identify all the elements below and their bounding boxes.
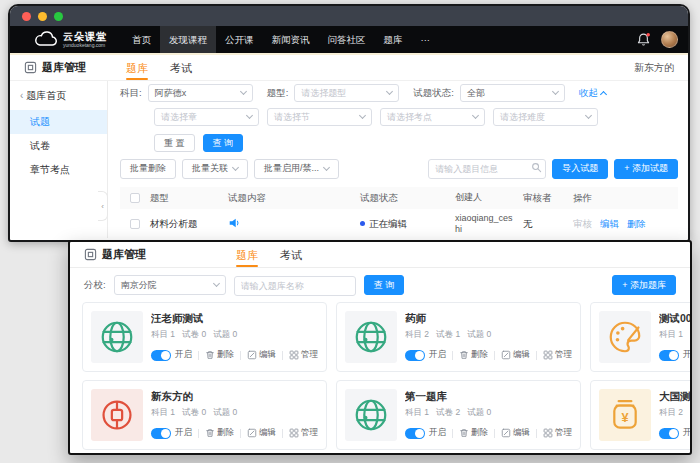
minimize-window-button[interactable]: [38, 12, 47, 21]
batch-enable-button[interactable]: 批量启用/禁...: [254, 159, 339, 179]
column-type: 题型: [150, 192, 228, 205]
chevron-down-icon: [213, 280, 220, 287]
edit-bank-action[interactable]: 编辑: [247, 427, 276, 439]
sidebar-item-chapters[interactable]: 章节考点: [10, 158, 107, 182]
subject-select[interactable]: 阿萨德x: [148, 84, 253, 102]
column-reviewer: 审核者: [523, 192, 573, 205]
tab-exam[interactable]: 考试: [170, 55, 192, 81]
chapter-select[interactable]: 请选择章: [154, 108, 259, 126]
add-bank-button[interactable]: + 添加题库: [612, 275, 676, 295]
question-search-input[interactable]: [428, 159, 546, 179]
bank-card[interactable]: 第一题库 科目 1试卷 2试题 0 开启 删除: [336, 380, 581, 450]
nav-item-more[interactable]: ···: [412, 26, 440, 53]
bank-card[interactable]: 新东方的 科目 1试卷 0试题 0 开启 删除: [82, 380, 327, 450]
bank-card-title: 药师: [405, 312, 572, 326]
logo-subtitle: yunduoketang.com: [63, 43, 107, 48]
panel-tab-question-bank[interactable]: 题库: [236, 242, 258, 268]
section-select[interactable]: 请选择节: [267, 108, 372, 126]
nav-item-open-courses[interactable]: 公开课: [216, 26, 263, 53]
close-window-button[interactable]: [22, 12, 31, 21]
enable-toggle[interactable]: [659, 428, 679, 439]
toggle-label: 开启: [175, 427, 192, 439]
knowledge-point-select[interactable]: 请选择考点: [380, 108, 485, 126]
user-avatar[interactable]: [661, 31, 678, 48]
enable-toggle[interactable]: [151, 350, 171, 361]
current-bank-label: 新东方的: [634, 61, 674, 75]
filter-row-2: 请选择章 请选择节 请选择考点 请选择难度: [154, 108, 678, 126]
trash-icon: [459, 428, 469, 438]
review-action[interactable]: 审核: [573, 218, 592, 231]
type-label: 题型:: [267, 87, 289, 100]
manage-bank-action[interactable]: 管理: [543, 427, 572, 439]
bank-card[interactable]: 药师 科目 2试卷 1试题 0 开启 删除: [336, 302, 581, 372]
batch-delete-button[interactable]: 批量删除: [120, 159, 176, 179]
manage-bank-action[interactable]: 管理: [289, 349, 318, 361]
top-navbar: 云朵课堂 yunduoketang.com 首页 发现课程 公开课 新闻资讯 问…: [10, 26, 688, 53]
row-checkbox[interactable]: [130, 219, 140, 229]
bank-card[interactable]: ¥ 大国测试 科目 2试卷 4试题 1 开启 删除: [590, 380, 692, 450]
edit-bank-action[interactable]: 编辑: [501, 427, 530, 439]
sidebar-collapse-handle[interactable]: ‹: [98, 191, 108, 221]
type-select[interactable]: 请选择题型: [294, 84, 399, 102]
bank-card[interactable]: 汪老师测试 科目 1试卷 0试题 0 开启 删除: [82, 302, 327, 372]
back-to-bank-home[interactable]: ‹题库首页: [10, 81, 107, 110]
panel-tab-exam[interactable]: 考试: [280, 242, 302, 268]
cloud-logo-icon: [34, 31, 58, 48]
delete-bank-action[interactable]: 删除: [459, 349, 488, 361]
edit-bank-action[interactable]: 编辑: [501, 349, 530, 361]
manage-bank-action[interactable]: 管理: [289, 427, 318, 439]
window-titlebar: [10, 6, 688, 26]
difficulty-select[interactable]: 请选择难度: [493, 108, 598, 126]
grid-icon: [543, 350, 553, 360]
manage-bank-action[interactable]: 管理: [543, 349, 572, 361]
nav-item-discover-courses[interactable]: 发现课程: [160, 26, 216, 53]
chevron-down-icon: [232, 163, 239, 170]
bank-name-input[interactable]: [234, 276, 356, 296]
enable-toggle[interactable]: [659, 350, 679, 361]
column-content: 试题内容: [228, 192, 360, 205]
toggle-label: 开启: [429, 427, 446, 439]
edit-action[interactable]: 编辑: [600, 218, 619, 231]
query-button[interactable]: 查 询: [203, 134, 244, 152]
status-cell: 正在编辑: [360, 218, 455, 231]
toggle-label: 开启: [683, 349, 692, 361]
panel-query-button[interactable]: 查 询: [364, 275, 405, 295]
delete-bank-action[interactable]: 删除: [205, 349, 234, 361]
trash-icon: [205, 350, 215, 360]
bank-card-title: 测试001: [659, 312, 692, 326]
nav-item-qa-community[interactable]: 问答社区: [319, 26, 375, 53]
notification-bell-icon[interactable]: [636, 32, 651, 47]
tab-question-bank[interactable]: 题库: [126, 55, 148, 81]
sidebar-item-questions[interactable]: 试题: [10, 110, 107, 134]
toggle-label: 开启: [429, 349, 446, 361]
nav-item-news[interactable]: 新闻资讯: [263, 26, 319, 53]
delete-action[interactable]: 删除: [627, 218, 646, 231]
reset-button[interactable]: 重 置: [154, 134, 195, 152]
app-logo[interactable]: 云朵课堂 yunduoketang.com: [34, 31, 107, 48]
bank-card[interactable]: 测试001 科目 1试卷 3试题 2 开启 删除: [590, 302, 692, 372]
enable-toggle[interactable]: [405, 428, 425, 439]
nav-item-question-bank[interactable]: 题库: [375, 26, 412, 53]
import-questions-button[interactable]: 导入试题: [552, 159, 608, 179]
audio-icon[interactable]: [228, 217, 240, 229]
maximize-window-button[interactable]: [54, 12, 63, 21]
collapse-filters-link[interactable]: 收起: [579, 87, 606, 100]
enable-toggle[interactable]: [151, 428, 171, 439]
sidebar-item-papers[interactable]: 试卷: [10, 134, 107, 158]
edit-bank-action[interactable]: 编辑: [247, 349, 276, 361]
branch-select[interactable]: 南京分院: [114, 275, 226, 295]
delete-bank-action[interactable]: 删除: [459, 427, 488, 439]
bank-card-icon: [91, 389, 143, 441]
nav-item-home[interactable]: 首页: [123, 26, 160, 53]
status-select[interactable]: 全部: [460, 84, 565, 102]
bank-card-title: 汪老师测试: [151, 312, 318, 326]
add-question-button[interactable]: + 添加试题: [614, 159, 678, 179]
bank-card-grid: 汪老师测试 科目 1试卷 0试题 0 开启 删除: [70, 295, 690, 450]
search-icon: [531, 162, 542, 173]
batch-link-button[interactable]: 批量关联: [182, 159, 248, 179]
select-all-checkbox[interactable]: [130, 193, 140, 203]
delete-bank-action[interactable]: 删除: [205, 427, 234, 439]
module-icon: [24, 61, 37, 74]
column-status: 试题状态: [360, 192, 455, 205]
enable-toggle[interactable]: [405, 350, 425, 361]
